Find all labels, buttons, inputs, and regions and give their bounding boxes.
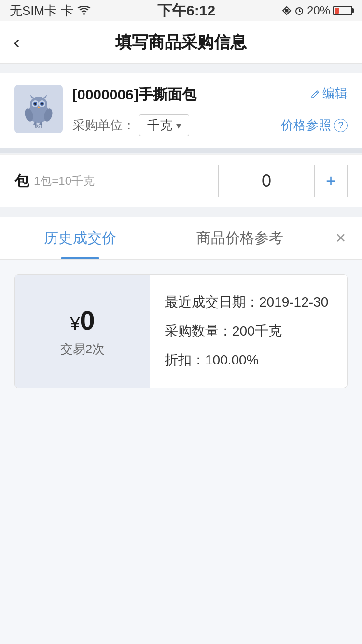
unit-value: 千克 [147, 117, 172, 134]
price-trades: 交易2次 [60, 341, 105, 358]
tab-close-button[interactable]: × [320, 217, 362, 259]
qty-conversion: 1包=10千克 [34, 173, 95, 189]
recent-date-label: 最近成交日期： [165, 294, 259, 309]
dropdown-arrow-icon: ▾ [176, 120, 181, 131]
svg-text:数计: 数计 [35, 124, 42, 128]
price-card-container: ¥0 交易2次 最近成交日期：2019-12-30 采购数量：200千克 折扣：… [0, 260, 362, 403]
recent-date-value: 2019-12-30 [259, 294, 328, 309]
unit-left: 采购单位： 千克 ▾ [72, 114, 189, 136]
product-thumbnail: 数计 [19, 90, 58, 128]
edit-button[interactable]: 编辑 [310, 85, 348, 102]
quantity-label: 包 1包=10千克 [14, 171, 95, 191]
nav-bar: ‹ 填写商品采购信息 [0, 21, 362, 64]
wifi-icon [77, 6, 91, 15]
purchase-qty-label: 采购数量： [165, 323, 232, 338]
alarm-icon [294, 6, 304, 15]
bottom-space [0, 403, 362, 644]
product-info: [0000006]手撕面包 编辑 采购单位： 千克 ▾ 价格参照 ? [72, 85, 348, 136]
quantity-input-group: + [218, 165, 348, 197]
location-icon [282, 6, 292, 15]
svg-point-12 [34, 103, 36, 105]
product-name: [0000006]手撕面包 [72, 85, 196, 105]
edit-icon [310, 88, 320, 99]
price-card-left: ¥0 交易2次 [15, 275, 150, 388]
help-icon: ? [334, 119, 348, 132]
page-title: 填写商品采购信息 [115, 31, 247, 54]
svg-marker-2 [283, 7, 290, 14]
product-id: [0000006] [72, 86, 139, 102]
price-value: 0 [80, 305, 95, 336]
carrier-label: 无SIM卡 [10, 2, 57, 19]
discount-label: 折扣： [165, 352, 205, 367]
back-button[interactable]: ‹ [14, 31, 20, 53]
divider-bar [0, 148, 362, 153]
quantity-row: 包 1包=10千克 + [0, 154, 362, 207]
sim-card-icon: 卡 [61, 2, 73, 19]
svg-marker-15 [30, 95, 34, 98]
unit-label: 采购单位： [72, 117, 135, 134]
price-amount: ¥0 [70, 305, 95, 336]
plus-button[interactable]: + [315, 165, 348, 197]
tab-price-ref-label: 商品价格参考 [196, 228, 283, 248]
tab-history-price[interactable]: 历史成交价 [0, 217, 160, 259]
tab-history-label: 历史成交价 [44, 228, 116, 248]
svg-point-0 [83, 13, 85, 15]
product-name-text: 手撕面包 [139, 86, 196, 102]
discount-row: 折扣：100.00% [165, 350, 333, 370]
price-ref-label: 价格参照 [281, 117, 331, 134]
svg-point-13 [41, 103, 43, 105]
status-bar: 无SIM卡 卡 下午6:12 20% [0, 0, 362, 21]
recent-date-row: 最近成交日期：2019-12-30 [165, 292, 333, 312]
product-header: [0000006]手撕面包 编辑 [72, 85, 348, 105]
price-card-right: 最近成交日期：2019-12-30 采购数量：200千克 折扣：100.00% [150, 275, 347, 388]
qty-unit: 包 [14, 171, 29, 191]
status-left: 无SIM卡 卡 [10, 2, 91, 19]
product-image: 数计 [14, 85, 63, 133]
purchase-qty-row: 采购数量：200千克 [165, 321, 333, 341]
tabs-container: 历史成交价 商品价格参考 × [0, 217, 362, 260]
svg-marker-16 [43, 95, 47, 98]
discount-value: 100.00% [205, 352, 259, 367]
status-right: 20% [282, 4, 352, 17]
unit-selector[interactable]: 千克 ▾ [139, 114, 189, 136]
price-ref-button[interactable]: 价格参照 ? [281, 117, 348, 134]
tab-active-underline [61, 257, 99, 259]
tab-price-ref[interactable]: 商品价格参考 [160, 217, 320, 259]
currency-symbol: ¥ [70, 314, 80, 334]
product-unit-row: 采购单位： 千克 ▾ 价格参照 ? [72, 114, 348, 136]
battery-icon [333, 6, 352, 15]
svg-line-24 [316, 92, 318, 93]
status-time: 下午6:12 [157, 1, 215, 21]
product-section: 数计 [0000006]手撕面包 编辑 采购单位： 千克 ▾ [0, 73, 362, 148]
purchase-qty-value: 200千克 [232, 323, 282, 338]
quantity-input[interactable] [218, 165, 315, 197]
battery-percent: 20% [307, 4, 330, 17]
price-card: ¥0 交易2次 最近成交日期：2019-12-30 采购数量：200千克 折扣：… [14, 274, 348, 388]
